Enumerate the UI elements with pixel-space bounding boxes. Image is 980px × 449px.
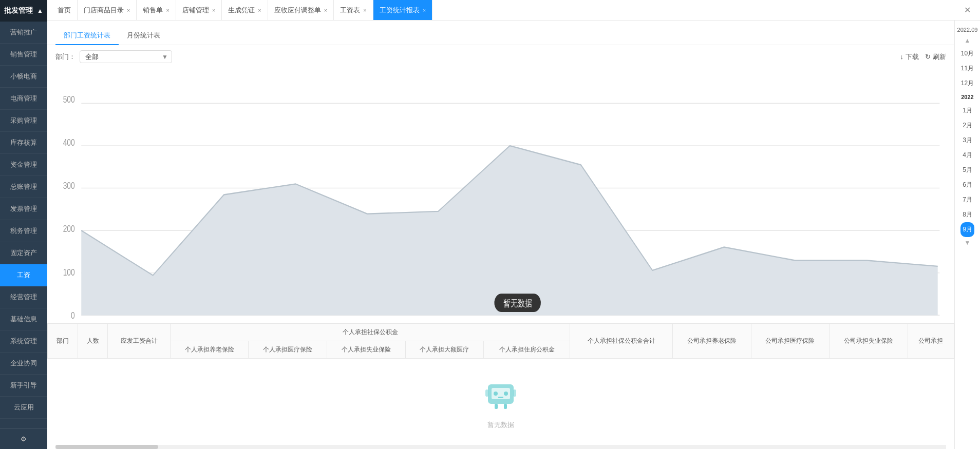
tab-shouye[interactable]: 首页	[51, 0, 78, 21]
dept-select-wrapper: 全部 ▼	[80, 50, 172, 63]
timeline-item-8[interactable]: 8月	[958, 207, 976, 222]
timeline-year-label: 2022.09	[956, 25, 979, 35]
tab-close-xiaoshoudan[interactable]: ×	[166, 7, 169, 13]
tab-label-shouye: 首页	[58, 6, 71, 15]
tab-label-yingshouyingfutiaozheng: 应收应付调整单	[274, 6, 321, 15]
col-gerenshiye: 个人承担失业保险	[327, 341, 405, 359]
sidebar: 批发管理 ▲ 营销推广销售管理小畅电商电商管理采购管理库存核算资金管理总账管理发…	[0, 0, 47, 449]
dept-select[interactable]: 全部	[80, 50, 172, 63]
timeline-item-5[interactable]: 5月	[958, 163, 976, 178]
col-gerenyanglao: 个人承担养老保险	[170, 341, 249, 359]
tab-label-shengchengyouzheng: 生成凭证	[228, 6, 255, 15]
sidebar-item-xinshouyindao[interactable]: 新手引导	[0, 375, 47, 397]
tab-close-diangpuguanli[interactable]: ×	[212, 7, 215, 13]
refresh-icon: ↻	[925, 53, 931, 61]
main-area: 首页门店商品目录×销售单×店铺管理×生成凭证×应收应付调整单×工资表×工资统计报…	[47, 0, 980, 449]
timeline-item-2[interactable]: 2月	[958, 118, 976, 133]
content-area: 部门工资统计表月份统计表 部门： 全部 ▼ ↓ 下载	[47, 21, 980, 449]
tab-label-xiaoshoudan: 销售单	[143, 6, 163, 15]
col-renshu: 人数	[78, 324, 108, 359]
svg-text:暂无数据: 暂无数据	[503, 298, 532, 308]
sub-tabs-container: 部门工资统计表月份统计表	[55, 27, 168, 45]
sidebar-item-gudingzichan[interactable]: 固定资产	[0, 242, 47, 264]
sidebar-item-shuiwugauli[interactable]: 税务管理	[0, 220, 47, 242]
timeline-up-arrow[interactable]: ▲	[963, 35, 973, 46]
sidebar-item-xiaoshou[interactable]: 销售管理	[0, 44, 47, 66]
sidebar-item-xitongguanli[interactable]: 系统管理	[0, 330, 47, 353]
sidebar-footer[interactable]: ⚙	[0, 428, 47, 449]
timeline-item-2022[interactable]: 2022	[958, 91, 976, 103]
sidebar-item-zongzhanggauli[interactable]: 总账管理	[0, 176, 47, 198]
toolbar-right: ↓ 下载 ↻ 刷新	[900, 52, 947, 62]
sidebar-item-qiyexietong[interactable]: 企业协同	[0, 353, 47, 375]
timeline-item-10[interactable]: 10月	[958, 46, 976, 61]
tab-bar: 首页门店商品目录×销售单×店铺管理×生成凭证×应收应付调整单×工资表×工资统计报…	[47, 0, 980, 21]
svg-rect-20	[495, 404, 498, 409]
col-gongsi-more: 公司承担	[908, 324, 954, 359]
tab-close-gongzitongjibiaobiao[interactable]: ×	[423, 7, 426, 13]
sidebar-item-yunyingyong[interactable]: 云应用	[0, 397, 47, 419]
svg-text:200: 200	[63, 224, 75, 234]
empty-text: 暂无数据	[487, 420, 514, 430]
svg-text:100: 100	[63, 267, 75, 277]
timeline-item-6[interactable]: 6月	[958, 178, 976, 192]
tab-shengchengyouzheng[interactable]: 生成凭证×	[222, 0, 268, 21]
download-icon: ↓	[900, 53, 904, 61]
sub-tabs: 部门工资统计表月份统计表	[47, 21, 954, 45]
svg-point-17	[494, 392, 498, 396]
tab-yingshouyingfutiaozheng[interactable]: 应收应付调整单×	[268, 0, 334, 21]
tab-xiaoshoudan[interactable]: 销售单×	[137, 0, 176, 21]
tab-gongzitongjibiaobiao[interactable]: 工资统计报表×	[373, 0, 432, 21]
sidebar-item-jichuxinxi[interactable]: 基础信息	[0, 308, 47, 330]
tab-close-menshangshangpin[interactable]: ×	[127, 7, 130, 13]
table-scrollbar[interactable]	[55, 445, 946, 449]
sidebar-header[interactable]: 批发管理 ▲	[0, 0, 47, 22]
timeline-item-3[interactable]: 3月	[958, 133, 976, 148]
timeline-item-1[interactable]: 1月	[958, 103, 976, 118]
col-gerendabing: 个人承担大额医疗	[405, 341, 484, 359]
tab-label-gongzibiao: 工资表	[340, 6, 360, 15]
timeline-down-arrow[interactable]: ▼	[963, 237, 973, 248]
download-label: 下载	[906, 52, 919, 62]
sidebar-item-jingying[interactable]: 经营管理	[0, 286, 47, 308]
sidebar-item-caigougauli[interactable]: 采购管理	[0, 110, 47, 132]
sidebar-item-fapiaogauli[interactable]: 发票管理	[0, 198, 47, 220]
col-gerenyiliao: 个人承担医疗保险	[249, 341, 327, 359]
timeline-item-12[interactable]: 12月	[958, 76, 976, 91]
timeline-item-7[interactable]: 7月	[958, 192, 976, 207]
timeline-item-9[interactable]: 9月	[960, 222, 974, 237]
tab-menshangshangpin[interactable]: 门店商品目录×	[78, 0, 137, 21]
sub-tab-bumen[interactable]: 部门工资统计表	[55, 27, 119, 45]
svg-point-18	[504, 392, 508, 396]
tab-label-gongzitongjibiaobiao: 工资统计报表	[380, 6, 420, 15]
sidebar-collapse-icon[interactable]: ▲	[37, 7, 43, 14]
sidebar-item-kucunhesuan[interactable]: 库存核算	[0, 132, 47, 154]
tab-gongzibiao[interactable]: 工资表×	[334, 0, 373, 21]
sub-tab-yufen[interactable]: 月份统计表	[119, 27, 168, 45]
timeline-item-11[interactable]: 11月	[958, 61, 976, 76]
table-wrapper: 部门 人数 应发工资合计 个人承担社保公积金 个人承担社保公积金合计 公司承担养…	[47, 323, 954, 449]
tab-diangpuguanli[interactable]: 店铺管理×	[176, 0, 222, 21]
svg-text:500: 500	[63, 94, 75, 104]
sidebar-item-gongzi[interactable]: 工资	[0, 264, 47, 286]
right-panel: 2022.09 ▲ 10月11月12月20221月2月3月4月5月6月7月8月9…	[954, 21, 980, 449]
tab-close-shengchengyouzheng[interactable]: ×	[258, 7, 261, 13]
sidebar-item-yingxiao[interactable]: 营销推广	[0, 22, 47, 44]
timeline-item-4[interactable]: 4月	[958, 148, 976, 163]
sidebar-item-xiaochangdianshang[interactable]: 小畅电商	[0, 66, 47, 88]
scrollbar-thumb[interactable]	[55, 445, 158, 449]
gear-icon: ⚙	[21, 435, 27, 443]
col-yingfa: 应发工资合计	[108, 324, 170, 359]
svg-rect-21	[504, 404, 507, 409]
download-button[interactable]: ↓ 下载	[900, 52, 919, 62]
close-all-button[interactable]: ✕	[959, 5, 976, 15]
sidebar-item-zijingauli[interactable]: 资金管理	[0, 154, 47, 176]
col-group-personal: 个人承担社保公积金	[170, 324, 570, 341]
tab-close-gongzibiao[interactable]: ×	[363, 7, 366, 13]
svg-text:400: 400	[63, 138, 75, 147]
col-bumen: 部门	[48, 324, 78, 359]
sidebar-item-dianshanggauli[interactable]: 电商管理	[0, 88, 47, 110]
table-scroll[interactable]: 部门 人数 应发工资合计 个人承担社保公积金 个人承担社保公积金合计 公司承担养…	[47, 323, 954, 359]
tab-close-yingshouyingfutiaozheng[interactable]: ×	[324, 7, 327, 13]
refresh-button[interactable]: ↻ 刷新	[925, 52, 946, 62]
